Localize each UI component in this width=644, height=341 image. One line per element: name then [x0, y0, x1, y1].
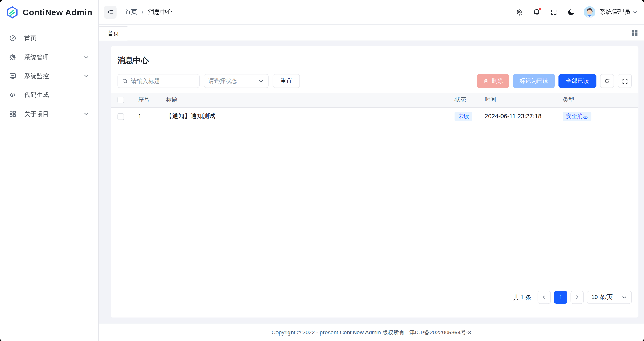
chevron-down-icon — [83, 111, 89, 117]
dark-mode-toggle[interactable] — [564, 5, 578, 19]
pagination: 共 1 条 1 10 条/页 — [111, 285, 638, 318]
moon-icon — [567, 8, 575, 16]
chevron-down-icon — [83, 54, 89, 60]
type-badge: 安全消息 — [563, 112, 592, 121]
copyright-text: Copyright © 2022 - present ContiNew Admi… — [272, 329, 471, 336]
sidebar-item-label: 系统监控 — [24, 72, 83, 80]
chevron-left-icon — [541, 294, 547, 300]
sidebar: ContiNew Admin 首页 — [0, 0, 99, 341]
app-window: ContiNew Admin 首页 — [0, 0, 644, 341]
page-size-value: 10 条/页 — [591, 294, 613, 301]
user-name[interactable]: 系统管理员 — [600, 8, 631, 16]
table-row[interactable]: 1 【通知】通知测试 未读 2024-06-11 23:27:18 安全消息 — [111, 107, 638, 125]
user-avatar[interactable] — [584, 6, 595, 18]
status-select-placeholder: 请选择状态 — [208, 77, 258, 85]
monitor-icon — [9, 72, 16, 80]
all-read-button[interactable]: 全部已读 — [558, 74, 596, 88]
breadcrumb-current: 消息中心 — [148, 8, 172, 16]
chevron-down-icon — [258, 78, 264, 84]
delete-button-label: 删除 — [492, 77, 503, 85]
reset-button[interactable]: 重置 — [273, 74, 300, 88]
notifications-button[interactable] — [529, 5, 543, 19]
fullscreen-icon — [550, 8, 558, 16]
refresh-button[interactable] — [600, 74, 614, 88]
tabbar: 首页 — [99, 25, 644, 41]
notification-badge-dot — [538, 7, 541, 10]
table-header-row: 序号 标题 状态 时间 类型 — [111, 93, 638, 107]
column-header-status: 状态 — [453, 93, 483, 107]
search-icon — [122, 78, 128, 84]
select-all-checkbox[interactable] — [118, 97, 124, 104]
logo-row: ContiNew Admin — [0, 0, 98, 25]
trash-icon — [483, 78, 489, 84]
column-header-type: 类型 — [561, 93, 638, 107]
sidebar-item-system-management[interactable]: 系统管理 — [4, 49, 94, 65]
next-page-button[interactable] — [571, 291, 584, 304]
breadcrumb: 首页 / 消息中心 — [125, 8, 172, 16]
gear-icon — [9, 54, 16, 61]
toolbar-actions: 删除 标记为已读 全部已读 — [477, 74, 632, 88]
table-fullscreen-button[interactable] — [618, 74, 632, 88]
sidebar-item-label: 系统管理 — [24, 53, 83, 61]
chevron-down-icon — [621, 294, 627, 300]
message-table: 序号 标题 状态 时间 类型 1 【通知】通知测试 — [111, 93, 638, 285]
column-header-time: 时间 — [483, 93, 561, 107]
content-area: 消息中心 请选择状态 — [99, 41, 644, 324]
delete-button[interactable]: 删除 — [477, 74, 509, 88]
row-time: 2024-06-11 23:27:18 — [483, 107, 561, 125]
main-column: 首页 / 消息中心 — [99, 0, 644, 341]
settings-button[interactable] — [512, 5, 526, 19]
fullscreen-button[interactable] — [547, 5, 561, 19]
sidebar-item-home[interactable]: 首页 — [4, 30, 94, 46]
status-select[interactable]: 请选择状态 — [204, 74, 269, 88]
column-header-title: 标题 — [164, 93, 453, 107]
row-checkbox[interactable] — [118, 113, 124, 120]
toolbar: 请选择状态 重置 — [118, 74, 632, 88]
title-search-field[interactable] — [118, 74, 200, 88]
column-header-index: 序号 — [136, 93, 164, 107]
sidebar-item-code-generation[interactable]: 代码生成 — [4, 87, 94, 103]
sidebar-item-label: 关于项目 — [24, 110, 83, 118]
menu-fold-icon — [107, 9, 114, 16]
app-logo-icon — [6, 6, 19, 19]
tab-actions-button[interactable] — [631, 30, 638, 36]
pagination-total: 共 1 条 — [513, 291, 531, 304]
sidebar-item-label: 首页 — [24, 34, 89, 42]
grid-icon — [631, 30, 638, 36]
toolbar-filters: 请选择状态 重置 — [118, 74, 300, 88]
mark-as-read-button[interactable]: 标记为已读 — [513, 74, 555, 88]
sidebar-item-about-project[interactable]: 关于项目 — [4, 106, 94, 122]
app-title: ContiNew Admin — [23, 8, 92, 17]
page-size-select[interactable]: 10 条/页 — [587, 291, 632, 304]
page-title: 消息中心 — [118, 55, 632, 66]
breadcrumb-home[interactable]: 首页 — [125, 8, 137, 16]
message-center-card: 消息中心 请选择状态 — [111, 46, 638, 317]
chevron-down-icon — [83, 73, 89, 79]
prev-page-button[interactable] — [538, 291, 551, 304]
gear-icon — [515, 8, 523, 16]
status-badge: 未读 — [455, 112, 472, 121]
row-title: 【通知】通知测试 — [164, 107, 453, 125]
chevron-right-icon — [574, 294, 580, 300]
row-index: 1 — [136, 107, 164, 125]
fullscreen-icon — [622, 78, 628, 84]
topbar: 首页 / 消息中心 — [99, 0, 644, 25]
search-input[interactable] — [131, 78, 195, 84]
refresh-icon — [604, 78, 610, 84]
dashboard-icon — [9, 34, 16, 42]
footer: Copyright © 2022 - present ContiNew Admi… — [99, 324, 644, 341]
sidebar-collapse-button[interactable] — [104, 6, 117, 19]
sidebar-item-label: 代码生成 — [24, 91, 89, 99]
sidebar-item-system-monitor[interactable]: 系统监控 — [4, 68, 94, 84]
sidebar-menu: 首页 系统管理 — [0, 25, 98, 121]
page-number-button[interactable]: 1 — [554, 291, 567, 304]
tab-label: 首页 — [107, 30, 119, 38]
code-icon — [9, 91, 16, 99]
breadcrumb-separator: / — [142, 9, 143, 16]
chevron-down-icon[interactable] — [632, 9, 638, 15]
tab-home[interactable]: 首页 — [99, 26, 128, 41]
apps-icon — [9, 110, 16, 118]
